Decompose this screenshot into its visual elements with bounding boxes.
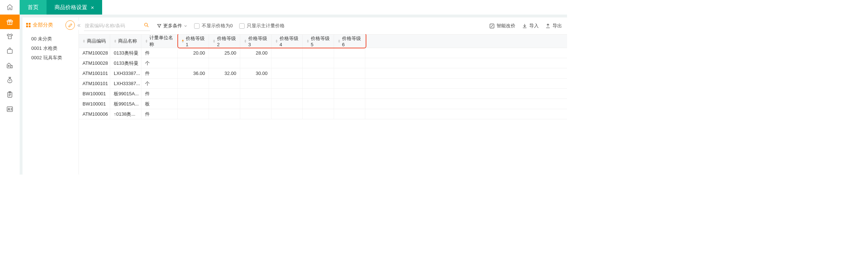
price-cell[interactable] (178, 99, 209, 109)
col-price-level-6[interactable]: ▲▼价格等级6 (334, 35, 365, 48)
cell-code: BW100001 (79, 89, 110, 99)
price-cell[interactable] (303, 68, 334, 78)
table-row[interactable]: ATM100101LXH33387...件36.0032.0030.00 (79, 68, 567, 79)
col-label: 价格等级6 (342, 35, 361, 47)
cell-code: ATM100101 (79, 68, 110, 78)
price-cell[interactable] (209, 79, 240, 88)
cell-name: 板99015A... (110, 89, 141, 99)
table-row[interactable]: BW100001板99015A...板 (79, 99, 567, 109)
price-cell[interactable] (209, 99, 240, 109)
price-cell[interactable] (178, 58, 209, 68)
price-cell[interactable] (272, 58, 303, 68)
price-cell[interactable] (240, 109, 272, 119)
price-cell[interactable]: 36.00 (178, 68, 209, 78)
price-cell[interactable] (272, 48, 303, 58)
rail-item-money-bag[interactable]: ¥ (0, 73, 20, 87)
smart-reprice-button[interactable]: 智能改价 (489, 23, 515, 29)
home-icon-button[interactable] (0, 0, 20, 15)
price-cell[interactable] (303, 79, 334, 88)
rail-item-bag[interactable] (0, 44, 20, 58)
import-button[interactable]: 导入 (522, 23, 539, 29)
svg-text:$: $ (9, 35, 11, 37)
sort-icon: ▲▼ (213, 39, 216, 43)
edit-category-button[interactable] (65, 20, 75, 30)
price-cell[interactable] (240, 58, 272, 68)
price-cell[interactable] (272, 79, 303, 88)
col-price-level-3[interactable]: ▲▼价格等级3 (240, 35, 272, 48)
price-cell[interactable] (240, 89, 272, 99)
price-cell[interactable] (334, 99, 365, 109)
price-cell[interactable] (334, 58, 365, 68)
col-label: 商品名称 (118, 38, 137, 44)
col-label: 计量单位名称 (149, 35, 174, 48)
sort-icon: ▲▼ (244, 39, 247, 43)
price-cell[interactable] (272, 99, 303, 109)
table-row[interactable]: BW100001板99015A...件 (79, 89, 567, 99)
rail-item-shirt[interactable]: $ (0, 29, 20, 44)
category-item[interactable]: 0002 玩具车类 (23, 53, 79, 63)
price-cell[interactable] (209, 58, 240, 68)
col-price-level-4[interactable]: ▲▼价格等级4 (272, 35, 303, 48)
price-cell[interactable] (178, 89, 209, 99)
price-cell[interactable]: 30.00 (240, 68, 272, 78)
price-cell[interactable] (334, 109, 365, 119)
category-item[interactable]: 0001 水枪类 (23, 44, 79, 53)
col-product-code[interactable]: ▲▼商品编码 (79, 35, 110, 48)
rail-item-building[interactable] (0, 58, 20, 73)
price-cell[interactable] (303, 58, 334, 68)
rail-item-clipboard[interactable] (0, 87, 20, 102)
rail-item-contact[interactable] (0, 102, 20, 116)
price-cell[interactable] (178, 109, 209, 119)
col-price-level-5[interactable]: ▲▼价格等级5 (303, 35, 334, 48)
price-cell[interactable] (240, 79, 272, 88)
price-cell[interactable] (334, 48, 365, 58)
only-main-unit-checkbox[interactable]: 只显示主计量价格 (239, 23, 285, 29)
rail-item-gift[interactable] (0, 15, 20, 29)
svg-point-5 (9, 65, 9, 66)
price-cell[interactable] (303, 89, 334, 99)
collapse-sidebar-button[interactable] (75, 21, 82, 30)
price-cell[interactable] (334, 89, 365, 99)
table-row[interactable]: ATM100101LXH33387...个 (79, 79, 567, 89)
table-row[interactable]: ATM1000280133奥特曼件20.0025.0028.00 (79, 48, 567, 58)
table-row[interactable]: ATM1000280133奥特曼个 (79, 58, 567, 68)
search-icon[interactable] (144, 22, 149, 28)
price-cell[interactable] (240, 99, 272, 109)
close-icon[interactable]: × (91, 4, 94, 11)
price-cell[interactable] (334, 79, 365, 88)
sort-icon: ▲▼ (181, 39, 184, 43)
tab-home[interactable]: 首页 (20, 0, 47, 15)
price-cell[interactable]: 32.00 (209, 68, 240, 78)
export-button[interactable]: 导出 (545, 23, 562, 29)
col-price-level-1[interactable]: ▲▼价格等级1 (178, 35, 209, 48)
price-cell[interactable]: 28.00 (240, 48, 272, 58)
search-input[interactable] (84, 21, 150, 31)
price-cell[interactable] (272, 89, 303, 99)
svg-point-7 (9, 66, 9, 67)
price-cell[interactable] (272, 68, 303, 78)
tab-product-price-settings[interactable]: 商品价格设置 × (47, 0, 102, 15)
price-cell[interactable] (209, 89, 240, 99)
col-price-level-2[interactable]: ▲▼价格等级2 (209, 35, 240, 48)
topbar: 首页 商品价格设置 × (0, 0, 567, 15)
price-cell[interactable] (303, 99, 334, 109)
col-unit-name[interactable]: ▲▼计量单位名称 (141, 35, 178, 48)
price-cell[interactable] (209, 109, 240, 119)
category-item-label: 0002 玩具车类 (31, 55, 62, 61)
price-cell[interactable] (272, 109, 303, 119)
more-conditions-button[interactable]: 更多条件 (157, 23, 188, 29)
price-cell[interactable] (178, 79, 209, 88)
cell-unit: 个 (141, 58, 178, 68)
cell-code: BW100001 (79, 99, 110, 109)
table-row[interactable]: ATM100006↑0138奥...件 (79, 109, 567, 119)
price-cell[interactable] (334, 68, 365, 78)
price-cell[interactable]: 20.00 (178, 48, 209, 58)
price-cell[interactable] (303, 48, 334, 58)
category-item[interactable]: 00 未分类 (23, 34, 79, 44)
smart-reprice-label: 智能改价 (497, 23, 515, 29)
col-product-name[interactable]: ▲▼商品名称 (110, 35, 141, 48)
price-cell[interactable] (303, 109, 334, 119)
hide-zero-price-checkbox[interactable]: 不显示价格为0 (194, 23, 233, 29)
export-label: 导出 (552, 23, 562, 29)
price-cell[interactable]: 25.00 (209, 48, 240, 58)
